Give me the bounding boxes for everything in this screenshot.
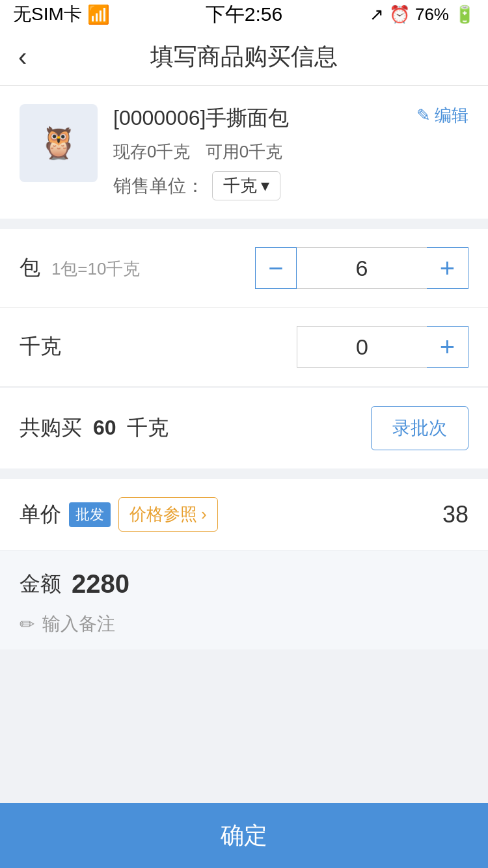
price-ref-arrow-icon: › [201, 504, 207, 524]
edit-icon: ✎ [416, 105, 431, 126]
product-card: 🦉 [0000006]手撕面包 现存0千克 可用0千克 销售单位： 千克 ▾ ✎… [0, 86, 488, 219]
quantity-section: 包 1包=10千克 − 6 + 千克 0 + [0, 229, 488, 387]
dropdown-arrow-icon: ▾ [261, 176, 269, 196]
bao-label: 包 1包=10千克 [20, 254, 255, 282]
unit-prefix-label: 销售单位： [113, 174, 204, 198]
bao-input[interactable]: 6 [297, 247, 427, 289]
status-right: ↗ ⏰ 76% 🔋 [370, 5, 475, 25]
pencil-icon: ✏ [20, 614, 34, 635]
price-value: 38 [442, 501, 468, 528]
quantity-row-bao: 包 1包=10千克 − 6 + [0, 229, 488, 308]
kg-label: 千克 [20, 332, 297, 361]
alarm-icon: ⏰ [389, 5, 410, 25]
amount-label: 金额 [20, 570, 61, 599]
quantity-row-kg: 千克 0 + [0, 308, 488, 387]
confirm-button[interactable]: 确定 [0, 803, 488, 868]
bao-minus-button[interactable]: − [255, 247, 297, 289]
amount-row: 金额 2280 [20, 569, 468, 599]
product-name: [0000006]手撕面包 [113, 104, 468, 133]
location-icon: ↗ [370, 5, 384, 25]
bao-control: − 6 + [255, 247, 468, 289]
available-label: 可用0千克 [206, 142, 282, 161]
kg-input[interactable]: 0 [297, 326, 427, 368]
record-batch-button[interactable]: 录批次 [371, 406, 468, 450]
price-section: 单价 批发 价格参照 › 38 [0, 479, 488, 550]
status-bar: 无SIM卡 📶 下午2:56 ↗ ⏰ 76% 🔋 [0, 0, 488, 29]
price-left: 单价 批发 价格参照 › [20, 497, 218, 532]
nav-bar: ‹ 填写商品购买信息 [0, 29, 488, 86]
bao-plus-button[interactable]: + [427, 247, 468, 289]
product-unit-row: 销售单位： 千克 ▾ [113, 171, 468, 200]
kg-control: 0 + [297, 326, 468, 368]
product-image-icon: 🦉 [39, 125, 78, 161]
total-text: 共购买 60 千克 [20, 414, 169, 442]
product-image: 🦉 [20, 104, 98, 182]
amount-section: 金额 2280 ✏ 输入备注 [0, 551, 488, 649]
kg-plus-button[interactable]: + [427, 326, 468, 368]
price-ref-button[interactable]: 价格参照 › [118, 497, 218, 532]
stock-label: 现存0千克 [113, 142, 190, 161]
total-row: 共购买 60 千克 录批次 [0, 388, 488, 468]
edit-button[interactable]: ✎ 编辑 [416, 104, 468, 127]
battery-label: 76% [415, 5, 449, 25]
remark-placeholder: 输入备注 [42, 612, 115, 636]
total-amount: 60 [93, 416, 116, 439]
batch-tag: 批发 [69, 502, 111, 527]
wifi-icon: 📶 [87, 4, 110, 25]
amount-value: 2280 [72, 569, 129, 599]
status-time: 下午2:56 [206, 1, 282, 28]
price-label: 单价 [20, 500, 61, 529]
back-button[interactable]: ‹ [18, 42, 27, 72]
battery-icon: 🔋 [454, 5, 475, 25]
carrier-label: 无SIM卡 [13, 2, 82, 27]
page-title: 填写商品购买信息 [150, 41, 338, 73]
remark-row[interactable]: ✏ 输入备注 [20, 612, 468, 636]
unit-select[interactable]: 千克 ▾ [212, 171, 280, 200]
bao-hint: 1包=10千克 [51, 259, 141, 278]
product-stock: 现存0千克 可用0千克 [113, 141, 468, 163]
status-left: 无SIM卡 📶 [13, 2, 110, 27]
product-info: [0000006]手撕面包 现存0千克 可用0千克 销售单位： 千克 ▾ [113, 104, 468, 200]
